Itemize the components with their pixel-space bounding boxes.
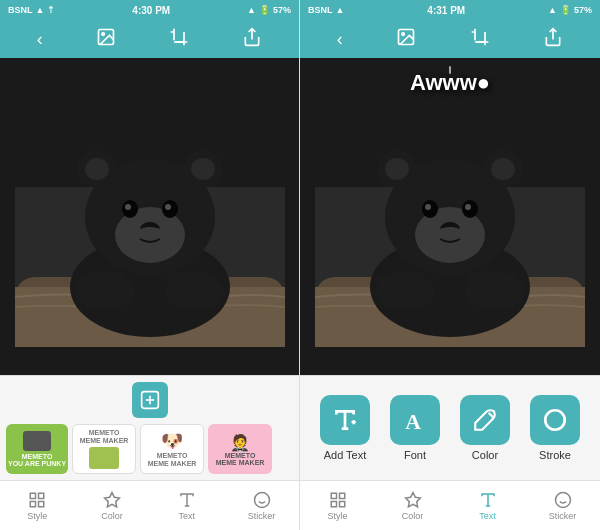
right-back-button[interactable]: ‹ xyxy=(329,25,351,54)
left-status-bar: BSNL ▲ ⇡ 4:30 PM ▲ 🔋 57% xyxy=(0,0,299,20)
svg-point-11 xyxy=(85,158,109,180)
color-icon xyxy=(460,395,510,445)
svg-rect-36 xyxy=(39,501,44,506)
right-time: 4:31 PM xyxy=(427,5,465,16)
left-image-area xyxy=(0,58,299,375)
left-nav-color-label: Color xyxy=(101,511,123,521)
svg-point-29 xyxy=(200,273,216,285)
left-bottom-nav: Style Color Text Sticker xyxy=(0,480,299,530)
left-back-button[interactable]: ‹ xyxy=(29,25,51,54)
svg-point-61 xyxy=(432,227,468,251)
right-crop-icon[interactable] xyxy=(462,23,498,56)
svg-rect-35 xyxy=(31,501,36,506)
svg-point-16 xyxy=(125,204,131,210)
svg-point-78 xyxy=(545,410,565,430)
svg-point-25 xyxy=(109,272,125,284)
left-nav-color[interactable]: Color xyxy=(75,487,150,525)
right-nav-sticker[interactable]: Sticker xyxy=(525,487,600,525)
left-nav-text[interactable]: Text xyxy=(150,487,225,525)
right-signal-icon: ▲ xyxy=(336,5,345,15)
right-nav-style[interactable]: Style xyxy=(300,487,375,525)
svg-rect-82 xyxy=(339,501,344,506)
left-nav-sticker[interactable]: Sticker xyxy=(224,487,299,525)
right-text-tools: Add Text A Font Color xyxy=(300,375,600,480)
font-label: Font xyxy=(404,449,426,461)
svg-text:A: A xyxy=(405,410,421,433)
left-nav-text-label: Text xyxy=(179,511,196,521)
add-text-label: Add Text xyxy=(324,449,367,461)
right-nav-text-label: Text xyxy=(479,511,496,521)
svg-point-85 xyxy=(555,492,570,507)
left-toolbar: ‹ xyxy=(0,20,299,58)
sticker-item[interactable]: 🤵 MEMETOMEME MAKER xyxy=(208,424,272,474)
svg-point-59 xyxy=(465,204,471,210)
add-text-icon xyxy=(320,395,370,445)
svg-point-17 xyxy=(165,204,171,210)
left-battery-icon: 🔋 xyxy=(259,5,270,15)
left-sticker-list: MEMETOYOU ARE PUNKY MEMETOMEME MAKER 🐶 M… xyxy=(0,424,299,480)
right-image-area: Awww● xyxy=(300,58,600,375)
left-sticker-panel: MEMETOYOU ARE PUNKY MEMETOMEME MAKER 🐶 M… xyxy=(0,375,299,480)
right-nav-sticker-label: Sticker xyxy=(549,511,577,521)
left-signal2-icon: ▲ xyxy=(247,5,256,15)
svg-point-54 xyxy=(491,158,515,180)
left-image-icon[interactable] xyxy=(88,23,124,56)
sticker-item[interactable]: MEMETOYOU ARE PUNKY xyxy=(6,424,68,474)
right-status-bar: BSNL ▲ 4:31 PM ▲ 🔋 57% xyxy=(300,0,600,20)
stroke-icon xyxy=(530,395,580,445)
left-sticker-header xyxy=(0,376,299,424)
left-battery-pct: 57% xyxy=(273,5,291,15)
svg-point-67 xyxy=(409,272,425,284)
stroke-label: Stroke xyxy=(539,449,571,461)
left-carrier: BSNL xyxy=(8,5,33,15)
right-share-icon[interactable] xyxy=(535,23,571,56)
right-battery-pct: 57% xyxy=(574,5,592,15)
svg-point-43 xyxy=(402,32,405,35)
svg-point-39 xyxy=(254,492,269,507)
right-nav-color-label: Color xyxy=(402,511,424,521)
right-signal2-icon: ▲ xyxy=(548,5,557,15)
svg-point-58 xyxy=(425,204,431,210)
sticker-item[interactable]: 🐶 MEMETOMEME MAKER xyxy=(140,424,204,474)
right-carrier: BSNL xyxy=(308,5,333,15)
left-share-icon[interactable] xyxy=(234,23,270,56)
add-text-tool[interactable]: Add Text xyxy=(318,395,373,461)
sticker-item[interactable]: MEMETOMEME MAKER xyxy=(72,424,136,474)
color-tool[interactable]: Color xyxy=(458,395,513,461)
left-time: 4:30 PM xyxy=(132,5,170,16)
right-toolbar: ‹ xyxy=(300,20,600,58)
svg-point-12 xyxy=(191,158,215,180)
left-wifi-icon: ⇡ xyxy=(47,5,55,15)
svg-rect-80 xyxy=(339,493,344,498)
left-nav-sticker-label: Sticker xyxy=(248,511,276,521)
stroke-tool[interactable]: Stroke xyxy=(528,395,583,461)
left-panel: BSNL ▲ ⇡ 4:30 PM ▲ 🔋 57% ‹ xyxy=(0,0,300,530)
color-label: Color xyxy=(472,449,498,461)
svg-point-71 xyxy=(500,273,516,285)
svg-point-19 xyxy=(132,227,168,251)
left-nav-style[interactable]: Style xyxy=(0,487,75,525)
svg-rect-79 xyxy=(331,493,336,498)
right-image-icon[interactable] xyxy=(388,23,424,56)
right-battery-icon: 🔋 xyxy=(560,5,571,15)
left-nav-style-label: Style xyxy=(27,511,47,521)
svg-point-1 xyxy=(102,32,105,35)
right-nav-style-label: Style xyxy=(327,511,347,521)
svg-point-53 xyxy=(385,158,409,180)
svg-rect-34 xyxy=(39,493,44,498)
right-bottom-nav: Style Color Text Sticker xyxy=(300,480,600,530)
svg-line-77 xyxy=(489,413,494,418)
left-signal-icon: ▲ xyxy=(36,5,45,15)
text-resize-handle[interactable] xyxy=(449,66,451,74)
svg-rect-81 xyxy=(331,501,336,506)
right-panel: BSNL ▲ 4:31 PM ▲ 🔋 57% ‹ xyxy=(300,0,600,530)
right-nav-color[interactable]: Color xyxy=(375,487,450,525)
font-icon: A xyxy=(390,395,440,445)
left-add-sticker-btn[interactable] xyxy=(132,382,168,418)
right-nav-text[interactable]: Text xyxy=(450,487,525,525)
font-tool[interactable]: A Font xyxy=(388,395,443,461)
left-crop-icon[interactable] xyxy=(161,23,197,56)
svg-rect-33 xyxy=(31,493,36,498)
